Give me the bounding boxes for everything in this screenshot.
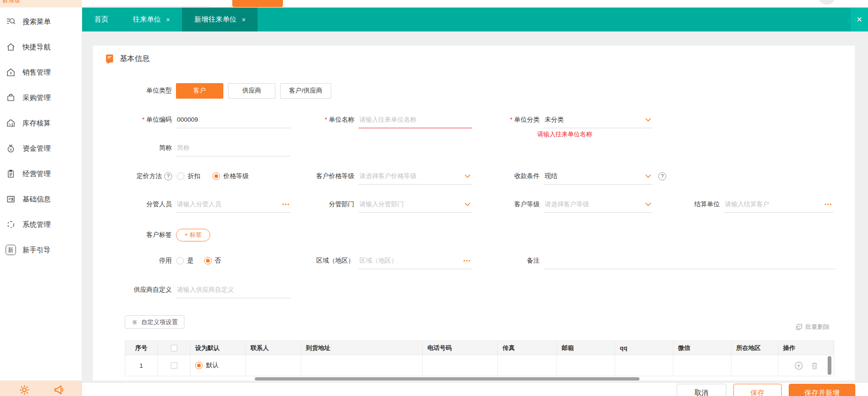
help-icon[interactable]: ? (658, 172, 666, 180)
unit-category-select[interactable]: 未分类 (544, 111, 653, 128)
gear-icon (131, 319, 138, 326)
sidebar-item-funds[interactable]: ¥ 资金管理 (0, 136, 82, 161)
add-row-icon[interactable] (794, 361, 803, 370)
footer-bar: 取消 保存 保存并新增 (82, 382, 868, 396)
sidebar-item-base-info[interactable]: 基础信息 (0, 186, 82, 212)
disabled-no-radio[interactable]: 否 (204, 256, 221, 265)
batch-delete-button[interactable]: 批量删除 (796, 323, 830, 331)
more-icon[interactable] (824, 203, 832, 206)
system-icon (5, 219, 16, 230)
save-and-new-button[interactable]: 保存并新增 (789, 384, 855, 396)
cell-qq[interactable] (615, 355, 673, 376)
radio-icon (195, 362, 203, 369)
sidebar-nav: 搜索菜单 快捷导航 $ 销售管理 采购管理 (0, 8, 82, 263)
label-text: 单位分类 (514, 116, 540, 123)
tab-new-partner[interactable]: 新增往来单位 × (182, 8, 258, 31)
cell-wechat[interactable] (673, 355, 731, 376)
tab-bar: 首页 往来单位 × 新增往来单位 × × (82, 8, 868, 31)
tab-home[interactable]: 首页 (82, 8, 121, 31)
cell-phone[interactable] (423, 355, 498, 376)
horizontal-scrollbar[interactable] (255, 377, 640, 380)
operations-icon (5, 168, 16, 179)
guide-icon: 新 (5, 244, 16, 256)
global-search-input[interactable] (87, 6, 212, 7)
cell-email[interactable] (557, 355, 615, 376)
remark-input[interactable] (544, 252, 836, 269)
megaphone-icon[interactable] (53, 383, 66, 396)
sidebar-item-search-menu[interactable]: 搜索菜单 (0, 9, 82, 34)
sidebar-item-label: 快捷导航 (23, 43, 51, 52)
field-unit-code: *单位编码 000009 (93, 111, 291, 128)
col-seq: 序号 (125, 341, 158, 355)
field-disabled: 停用 是 否 (93, 252, 233, 269)
supplier-custom-placeholder: 请输入供应商自定义 (177, 286, 234, 294)
sidebar-item-label: 资金管理 (23, 144, 51, 153)
customer-price-level-label: 客户价格等级 (271, 172, 354, 180)
unit-type-supplier-button[interactable]: 供应商 (228, 83, 275, 99)
custom-fields-settings-button[interactable]: 自定义项设置 (125, 315, 184, 329)
radio-label: 折扣 (188, 172, 200, 180)
table-row: 1 默认 (125, 355, 834, 376)
sidebar-item-quick-nav[interactable]: 快捷导航 (0, 34, 82, 60)
sidebar: 标准版 搜索菜单 快捷导航 $ 销售管理 (0, 0, 82, 396)
unit-type-label: 单位类型 (93, 86, 172, 95)
required-mark: * (325, 116, 327, 123)
payment-terms-label: 收款条件 (449, 172, 540, 180)
top-search-button[interactable] (232, 0, 283, 7)
help-icon[interactable]: ? (164, 172, 172, 180)
tab-close-icon[interactable]: × (166, 16, 170, 23)
add-tag-button[interactable]: + 标签 (176, 229, 210, 241)
supplier-custom-input[interactable]: 请输入供应商自定义 (176, 281, 291, 298)
sidebar-item-purchase[interactable]: 采购管理 (0, 85, 82, 110)
top-strip (82, 0, 868, 8)
sidebar-item-label: 系统管理 (23, 220, 51, 229)
disabled-yes-radio[interactable]: 是 (176, 256, 194, 265)
field-payment-terms: 收款条件 现结 ? (449, 168, 666, 185)
avatar[interactable] (818, 0, 836, 5)
radio-icon (176, 257, 184, 264)
cell-checkbox (158, 355, 190, 376)
default-radio[interactable]: 默认 (195, 361, 219, 370)
department-placeholder: 请输入分管部门 (359, 200, 404, 209)
edition-badge: 标准版 (0, 0, 82, 8)
sidebar-item-inventory[interactable]: 库存核算 (0, 110, 82, 136)
region-placeholder: 区域（地区） (359, 256, 397, 265)
payment-terms-select[interactable]: 现结 (544, 168, 653, 185)
col-actions: 操作 (778, 341, 834, 355)
short-name-input[interactable]: 简称 (176, 140, 291, 156)
section-doc-icon (106, 54, 114, 64)
chevron-down-icon[interactable] (645, 174, 651, 178)
save-button[interactable]: 保存 (733, 384, 782, 396)
vertical-scrollbar[interactable] (828, 356, 831, 375)
sidebar-item-system[interactable]: 系统管理 (0, 212, 82, 237)
pricing-price-level-radio[interactable]: 价格等级 (213, 172, 249, 180)
delete-row-icon[interactable] (811, 362, 818, 370)
row-checkbox[interactable] (171, 362, 177, 369)
supplier-custom-label: 供应商自定义 (93, 286, 172, 294)
window-close-button[interactable]: × (851, 8, 868, 31)
field-pricing-method: 定价方法 ? 折扣 价格等级 (93, 168, 261, 185)
customer-level-select[interactable]: 请选择客户等级 (544, 196, 653, 213)
cell-fax[interactable] (498, 355, 557, 376)
pricing-discount-radio[interactable]: 折扣 (177, 172, 200, 180)
cell-contact[interactable] (246, 355, 301, 376)
field-department: 分管部门 请输入分管部门 (271, 196, 472, 213)
gear-icon[interactable] (18, 383, 31, 396)
sidebar-item-sales[interactable]: $ 销售管理 (0, 60, 82, 85)
select-all-checkbox[interactable] (171, 345, 177, 351)
unit-type-customer-button[interactable]: 客户 (176, 83, 223, 99)
col-email: 邮箱 (557, 341, 615, 355)
unit-type-both-button[interactable]: 客户/供应商 (280, 83, 331, 99)
sidebar-item-guide[interactable]: 新 新手引导 (0, 237, 82, 263)
cell-address[interactable] (301, 355, 423, 376)
settlement-unit-input[interactable]: 请输入结算客户 (724, 196, 833, 213)
sidebar-item-operations[interactable]: 经营管理 (0, 161, 82, 186)
guide-icon-text: 新 (6, 245, 16, 255)
field-customer-level: 客户等级 请选择客户等级 (449, 196, 653, 213)
cell-region[interactable] (731, 355, 778, 376)
chevron-down-icon[interactable] (645, 118, 651, 122)
tab-close-icon[interactable]: × (242, 16, 245, 23)
cancel-button[interactable]: 取消 (677, 384, 726, 396)
pricing-method-label: 定价方法 (93, 172, 162, 180)
tab-partner-list[interactable]: 往来单位 × (121, 8, 182, 31)
